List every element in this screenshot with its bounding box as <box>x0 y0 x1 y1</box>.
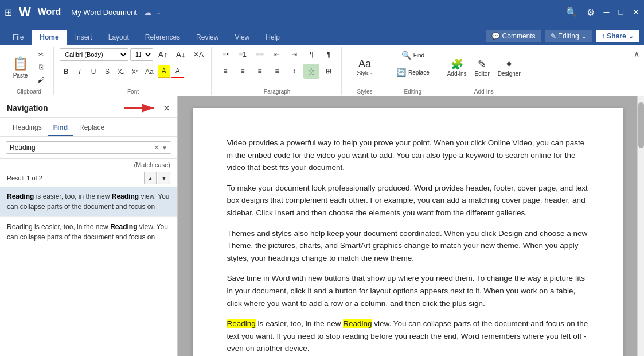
paragraph-1: Video provides a powerful way to help yo… <box>227 137 588 174</box>
highlight-button[interactable]: A <box>158 65 170 78</box>
search-icon[interactable]: 🔍 <box>566 7 577 18</box>
designer-button[interactable]: ✦ Designer <box>494 50 524 84</box>
tab-home[interactable]: Home <box>32 30 67 45</box>
tab-view[interactable]: View <box>227 30 257 45</box>
tab-file[interactable]: File <box>5 30 32 45</box>
rtl-button[interactable]: ¶ <box>321 47 337 62</box>
nav-arrow-decoration <box>124 102 158 114</box>
tab-help[interactable]: Help <box>257 30 288 45</box>
ribbon-group-styles: Aa Styles Styles <box>343 47 387 95</box>
addins-label: Add-ins <box>474 87 494 95</box>
italic-button[interactable]: I <box>73 65 86 78</box>
format-painter-button[interactable]: 🖌 <box>33 74 49 86</box>
paragraph-label: Paragraph <box>264 87 291 95</box>
font-size-select[interactable]: 11 <box>130 48 153 61</box>
line-spacing-button[interactable]: ↕ <box>286 64 302 79</box>
close-btn[interactable]: ✕ <box>633 7 639 17</box>
search-options-button[interactable]: ▼ <box>162 145 167 151</box>
highlight-reading-2: Reading <box>343 319 372 328</box>
editing-button[interactable]: ✎ Editing ⌄ <box>545 30 592 42</box>
app-grid-icon[interactable]: ⊞ <box>5 7 12 18</box>
find-button[interactable]: 🔍 Find <box>398 47 428 63</box>
tab-find[interactable]: Find <box>48 121 73 136</box>
replace-button[interactable]: 🔄 Replace <box>393 64 433 80</box>
font-color-button[interactable]: A <box>171 65 184 78</box>
align-left-button[interactable]: ≡ <box>217 64 233 79</box>
editor-button[interactable]: ✎ Editor <box>471 50 493 84</box>
navigation-title: Navigation <box>7 103 48 113</box>
styles-button[interactable]: Aa Styles <box>348 50 382 84</box>
document-page: Video provides a powerful way to help yo… <box>193 108 623 356</box>
paragraph-3: Themes and styles also help keep your do… <box>227 227 588 265</box>
justify-button[interactable]: ≡ <box>269 64 285 79</box>
minimize-btn[interactable]: ─ <box>604 7 610 17</box>
align-center-button[interactable]: ≡ <box>235 64 251 79</box>
tab-headings[interactable]: Headings <box>7 121 48 136</box>
subscript-button[interactable]: X₂ <box>115 65 127 78</box>
increase-font-button[interactable]: A↑ <box>155 47 171 62</box>
title-chevron-icon[interactable]: ⌄ <box>156 9 161 16</box>
shading-button[interactable]: ░ <box>303 64 319 79</box>
tab-layout[interactable]: Layout <box>100 30 137 45</box>
highlight-reading-1: Reading <box>227 319 256 328</box>
underline-button[interactable]: U <box>87 65 100 78</box>
prev-result-button[interactable]: ▲ <box>144 172 157 184</box>
increase-indent-button[interactable]: ⇥ <box>286 47 302 62</box>
align-right-button[interactable]: ≡ <box>252 64 268 79</box>
clear-format-button[interactable]: ✕A <box>190 47 206 62</box>
search-meta: (Match case) <box>0 159 177 171</box>
comments-button[interactable]: 💬 Comments <box>486 30 541 42</box>
editing-label: Editing <box>404 87 422 95</box>
bold-button[interactable]: B <box>60 65 72 78</box>
nav-close-button[interactable]: ✕ <box>163 103 170 114</box>
match-case-label: (Match case) <box>134 161 170 168</box>
ribbon: 📋 Paste ✂ ⎘ 🖌 Clipboard Calibri (Body) 1… <box>0 45 644 96</box>
navigation-pane: Navigation ✕ Headings <box>0 96 178 356</box>
tab-references[interactable]: References <box>137 30 188 45</box>
copy-button[interactable]: ⎘ <box>33 61 49 73</box>
next-result-button[interactable]: ▼ <box>158 172 170 184</box>
superscript-button[interactable]: X² <box>128 65 141 78</box>
cut-button[interactable]: ✂ <box>33 49 49 60</box>
app-name: Word <box>38 7 61 17</box>
maximize-btn[interactable]: □ <box>619 7 623 17</box>
font-name-select[interactable]: Calibri (Body) <box>60 48 128 61</box>
document-area: Video provides a powerful way to help yo… <box>178 96 637 356</box>
multilevel-button[interactable]: ≡≡ <box>252 47 268 62</box>
addins-button[interactable]: 🧩 Add-ins <box>444 50 470 84</box>
search-result-1[interactable]: Reading is easier, too, in the new Readi… <box>0 187 177 217</box>
cloud-save-icon[interactable]: ☁ <box>144 8 151 17</box>
paste-icon: 📋 <box>13 56 28 71</box>
tab-review[interactable]: Review <box>188 30 227 45</box>
search-result-2[interactable]: Reading is easier, too, in the new Readi… <box>0 217 177 247</box>
strikethrough-button[interactable]: S <box>101 65 114 78</box>
collapse-ribbon-button[interactable]: ∧ <box>634 49 639 59</box>
main-area: Navigation ✕ Headings <box>0 96 644 356</box>
nav-arrows: ▲ ▼ <box>144 172 170 184</box>
clipboard-label: Clipboard <box>17 87 41 95</box>
addins-icon: 🧩 <box>451 58 463 71</box>
tab-insert[interactable]: Insert <box>67 30 100 45</box>
editor-icon: ✎ <box>478 58 486 71</box>
numbered-button[interactable]: ≡1 <box>235 47 251 62</box>
ltr-button[interactable]: ¶ <box>303 47 319 62</box>
settings-icon[interactable]: ⚙ <box>587 7 595 18</box>
search-input[interactable] <box>10 144 154 152</box>
borders-button[interactable]: ⊞ <box>321 64 337 79</box>
bullets-button[interactable]: ≡• <box>217 47 233 62</box>
share-button[interactable]: ↑ Share ⌄ <box>596 30 639 42</box>
change-case-button[interactable]: Aa <box>142 65 157 78</box>
tab-replace[interactable]: Replace <box>73 121 110 136</box>
scrollbar[interactable] <box>637 96 644 356</box>
word-logo: W <box>19 5 31 20</box>
font-label: Font <box>127 87 139 95</box>
decrease-font-button[interactable]: A↓ <box>173 47 189 62</box>
search-clear-button[interactable]: ✕ <box>154 144 159 152</box>
replace-icon: 🔄 <box>396 68 406 77</box>
search-box-wrap: ✕ ▼ <box>0 137 177 159</box>
decrease-indent-button[interactable]: ⇤ <box>269 47 285 62</box>
search-box: ✕ ▼ <box>6 141 171 154</box>
doc-title: My Word Document <box>71 8 137 17</box>
paste-button[interactable]: 📋 Paste <box>9 50 32 84</box>
find-icon: 🔍 <box>401 51 411 60</box>
